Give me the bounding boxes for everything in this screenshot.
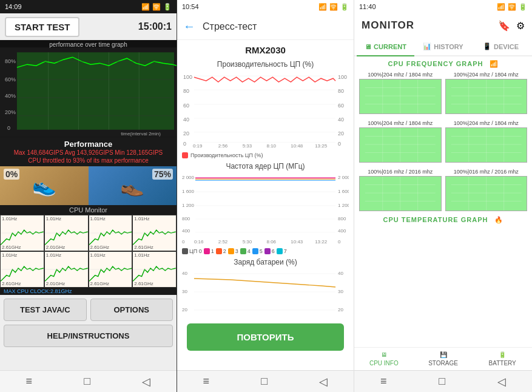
svg-text:40: 40 xyxy=(338,117,344,123)
p3-menu-icon[interactable]: ≡ xyxy=(380,375,387,388)
svg-rect-32 xyxy=(182,70,349,149)
cpu-core-7: 1.01Hz 2.61GHz xyxy=(132,251,177,288)
p2-signal-icon: 📶 xyxy=(318,3,327,11)
panel1-statusbar: 14:09 📶 🛜 🔋 xyxy=(0,0,177,13)
bookmark-icon[interactable]: 🔖 xyxy=(498,20,510,32)
history-tab-icon: 📊 xyxy=(423,42,431,50)
tab-current[interactable]: 🖥 CURRENT xyxy=(357,38,414,56)
svg-text:100: 100 xyxy=(338,74,347,80)
svg-text:400: 400 xyxy=(338,228,346,234)
p1-menu-icon[interactable]: ≡ xyxy=(26,375,33,388)
legend-item-7: 7 xyxy=(277,248,287,254)
repeat-button[interactable]: ПОВТОРИТЬ xyxy=(187,323,344,351)
cpu-monitor-label: CPU Monitor xyxy=(0,205,177,215)
bottom-tab-cpu[interactable]: 🖥 CPU INFO xyxy=(354,348,414,370)
perf-stats-section: Performance Max 148,684GIPS Avg 143,926G… xyxy=(0,137,177,166)
tab-current-label: CURRENT xyxy=(374,43,406,50)
options-button[interactable]: OPTIONS xyxy=(90,299,173,321)
tab-device[interactable]: 📱 DEVICE xyxy=(472,38,530,55)
panel3-statusbar: 11:40 📶 🛜 🔋 xyxy=(354,0,532,13)
perf-throttle: CPU throttled to 93% of its max performa… xyxy=(5,157,172,164)
svg-text:5:30: 5:30 xyxy=(243,239,252,245)
perf-graph-svg: 80% 60% 40% 20% 0 time(interval 2min) xyxy=(0,40,177,137)
svg-text:0: 0 xyxy=(338,141,341,147)
cpu-freq-section-title: CPU FREQUENCY GRAPH 📶 xyxy=(354,56,532,69)
svg-text:1 600: 1 600 xyxy=(182,189,195,194)
test-java-button[interactable]: TEST JAVA/C xyxy=(4,299,87,321)
svg-text:40: 40 xyxy=(338,271,343,276)
svg-text:20: 20 xyxy=(338,307,343,313)
svg-text:20: 20 xyxy=(338,130,344,137)
svg-text:100: 100 xyxy=(183,74,192,80)
cpu-graphs-grid: 1.01Hz 2.61GHz 1.01Hz 2.01GHz 1.01Hz xyxy=(0,215,177,288)
device-name: RMX2030 xyxy=(177,40,354,58)
svg-text:0: 0 xyxy=(338,239,341,245)
freq-cell-5-label: 100%|016 mhz / 2016 mhz xyxy=(445,167,528,176)
cpu-perf-legend-dot xyxy=(182,152,188,158)
p2-menu-icon[interactable]: ≡ xyxy=(203,375,210,388)
svg-text:800: 800 xyxy=(338,216,346,221)
freq-cell-2-label: 100%|204 mhz / 1804 mhz xyxy=(359,119,442,127)
perf-max: Max 148,684GIPS Avg 143,926GIPS Min 128,… xyxy=(5,149,172,157)
svg-text:80: 80 xyxy=(183,88,189,94)
shoe-left-pct: 0% xyxy=(4,169,19,180)
svg-text:30: 30 xyxy=(338,289,343,294)
svg-text:2 000: 2 000 xyxy=(338,175,349,180)
legend-item-5: 5 xyxy=(252,248,263,254)
cpu-core-5: 1.01Hz 2.01GHz xyxy=(44,251,89,288)
p1-signal-icon: 📶 xyxy=(141,3,150,11)
freq-cell-0-label: 100%|204 mhz / 1804 mhz xyxy=(359,70,442,79)
bottom-tab-bar: 🖥 CPU INFO 💾 STORAGE 🔋 BATTERY xyxy=(354,348,532,370)
p3-home-icon[interactable]: □ xyxy=(439,375,445,388)
p1-back-icon[interactable]: ◁ xyxy=(142,375,150,388)
max-cpu-clock: MAX CPU CLOCK:2.81GHz xyxy=(0,288,177,295)
p3-status-icons: 📶 🛜 🔋 xyxy=(497,3,527,11)
temp-flame-icon: 🔥 xyxy=(494,216,503,223)
svg-text:20: 20 xyxy=(182,307,187,313)
start-test-button[interactable]: START TEST xyxy=(5,17,79,37)
freq-graph-3 xyxy=(445,127,528,163)
help-button[interactable]: HELP/INSTRUCTIONS xyxy=(4,325,173,347)
cpu-freq-chart-container: 2 000 1 600 1 200 800 400 0 2 000 1 600 … xyxy=(177,172,354,247)
p2-back-icon[interactable]: ◁ xyxy=(319,375,328,388)
legend-item-4: 4 xyxy=(240,248,251,254)
p2-home-icon[interactable]: □ xyxy=(261,375,268,388)
p2-time: 10:54 xyxy=(182,3,199,10)
svg-text:40: 40 xyxy=(182,271,187,276)
panel3: 11:40 📶 🛜 🔋 MONITOR 🔖 ⚙ 🖥 CURRENT 📊 HIST… xyxy=(354,0,532,392)
svg-text:0:16: 0:16 xyxy=(194,239,204,245)
bottom-tab-battery[interactable]: 🔋 BATTERY xyxy=(473,348,532,370)
header-action-icons: 🔖 ⚙ xyxy=(498,20,525,32)
bottom-tab-storage[interactable]: 💾 STORAGE xyxy=(414,348,473,370)
panel3-header: MONITOR 🔖 ⚙ xyxy=(354,13,532,38)
legend-item-3: 3 xyxy=(228,248,238,254)
freq-graph-0 xyxy=(359,79,442,114)
p3-battery-icon: 🔋 xyxy=(519,3,527,11)
freq-cell-4: 100%|016 mhz / 2016 mhz xyxy=(359,167,442,212)
freq-graph-1 xyxy=(445,79,528,114)
freq-cell-0: 100%|204 mhz / 1804 mhz xyxy=(359,70,442,115)
svg-text:80: 80 xyxy=(338,88,344,94)
panel2-navbar: ≡ □ ◁ xyxy=(177,370,354,392)
panel3-navbar: ≡ □ ◁ xyxy=(354,370,532,392)
legend-item-2: 2 xyxy=(216,248,226,254)
freq-cell-2: 100%|204 mhz / 1804 mhz xyxy=(359,119,442,164)
tab-history-label: HISTORY xyxy=(434,43,463,50)
svg-text:0: 0 xyxy=(182,239,185,245)
svg-text:0: 0 xyxy=(7,125,10,131)
tab-history[interactable]: 📊 HISTORY xyxy=(414,38,472,55)
back-button[interactable]: ← xyxy=(183,19,195,33)
p3-wifi-icon: 🛜 xyxy=(508,3,516,11)
p3-back-icon[interactable]: ◁ xyxy=(497,375,506,388)
battery-title: Заряд батареи (%) xyxy=(177,255,354,268)
panel1-header: START TEST 15:00:1 xyxy=(0,13,177,40)
svg-text:13:22: 13:22 xyxy=(315,239,328,245)
timer-display: 15:00:1 xyxy=(138,21,172,32)
gear-icon[interactable]: ⚙ xyxy=(516,20,525,32)
p1-home-icon[interactable]: □ xyxy=(84,375,90,388)
performance-graph-area: performance over time graph 80% 60% 40% … xyxy=(0,40,177,137)
svg-rect-57 xyxy=(182,172,349,245)
svg-text:20: 20 xyxy=(183,130,189,137)
cpu-tab-icon: 🖥 xyxy=(365,43,371,50)
cpu-core-0: 1.01Hz 2.61GHz xyxy=(0,215,44,251)
